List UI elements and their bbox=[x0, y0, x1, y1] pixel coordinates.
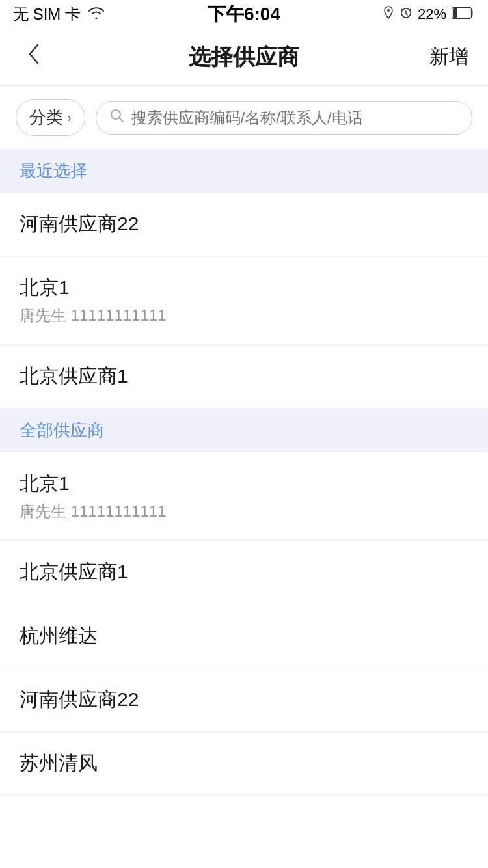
status-bar: 无 SIM 卡 下午6:04 22% bbox=[0, 0, 488, 29]
recent-items-list: 河南供应商22 北京1 唐先生 11111111111 北京供应商1 bbox=[0, 193, 488, 409]
list-item[interactable]: 北京1 唐先生 11111111111 bbox=[0, 256, 488, 345]
list-item[interactable]: 北京供应商1 bbox=[0, 541, 488, 604]
battery-text: 22% bbox=[418, 6, 446, 23]
recent-section-label: 最近选择 bbox=[20, 161, 87, 180]
svg-point-0 bbox=[387, 9, 390, 12]
list-item[interactable]: 北京供应商1 bbox=[0, 345, 488, 409]
add-button[interactable]: 新增 bbox=[429, 44, 468, 70]
item-name: 北京1 bbox=[20, 275, 468, 301]
list-item[interactable]: 北京1 唐先生 11111111111 bbox=[0, 452, 488, 541]
back-button[interactable] bbox=[20, 34, 48, 79]
sim-text: 无 SIM 卡 bbox=[13, 4, 81, 25]
category-button[interactable]: 分类 › bbox=[16, 99, 85, 136]
item-name: 河南供应商22 bbox=[20, 686, 468, 713]
list-item[interactable]: 河南供应商22 bbox=[0, 193, 488, 256]
page-title: 选择供应商 bbox=[189, 42, 299, 72]
status-time: 下午6:04 bbox=[208, 2, 280, 27]
all-section-header: 全部供应商 bbox=[0, 409, 488, 452]
category-label: 分类 bbox=[29, 106, 63, 129]
wifi-icon bbox=[87, 5, 105, 23]
item-sub: 唐先生 11111111111 bbox=[20, 305, 468, 326]
battery-icon bbox=[452, 6, 475, 23]
item-name: 北京1 bbox=[20, 470, 468, 497]
all-items-list: 北京1 唐先生 11111111111 北京供应商1 杭州维达 河南供应商22 … bbox=[0, 452, 488, 796]
item-name: 苏州清风 bbox=[20, 750, 468, 777]
list-item[interactable]: 河南供应商22 bbox=[0, 668, 488, 732]
status-right: 22% bbox=[383, 6, 475, 23]
item-name: 北京供应商1 bbox=[20, 559, 468, 586]
filter-bar: 分类 › bbox=[0, 86, 488, 149]
status-left: 无 SIM 卡 bbox=[13, 4, 105, 25]
search-icon bbox=[109, 108, 125, 128]
item-name: 杭州维达 bbox=[20, 623, 468, 649]
alarm-icon bbox=[400, 6, 413, 23]
location-icon bbox=[383, 6, 394, 23]
list-item[interactable]: 苏州清风 bbox=[0, 732, 488, 796]
chevron-right-icon: › bbox=[67, 110, 72, 125]
item-name: 河南供应商22 bbox=[20, 211, 468, 237]
item-name: 北京供应商1 bbox=[20, 363, 468, 390]
item-sub: 唐先生 11111111111 bbox=[20, 501, 468, 522]
recent-section-header: 最近选择 bbox=[0, 149, 488, 193]
list-item[interactable]: 杭州维达 bbox=[0, 604, 488, 668]
all-section-label: 全部供应商 bbox=[20, 420, 104, 440]
search-input[interactable] bbox=[131, 109, 459, 127]
nav-bar: 选择供应商 新增 bbox=[0, 29, 488, 86]
svg-rect-3 bbox=[453, 8, 457, 18]
search-box bbox=[96, 101, 472, 135]
